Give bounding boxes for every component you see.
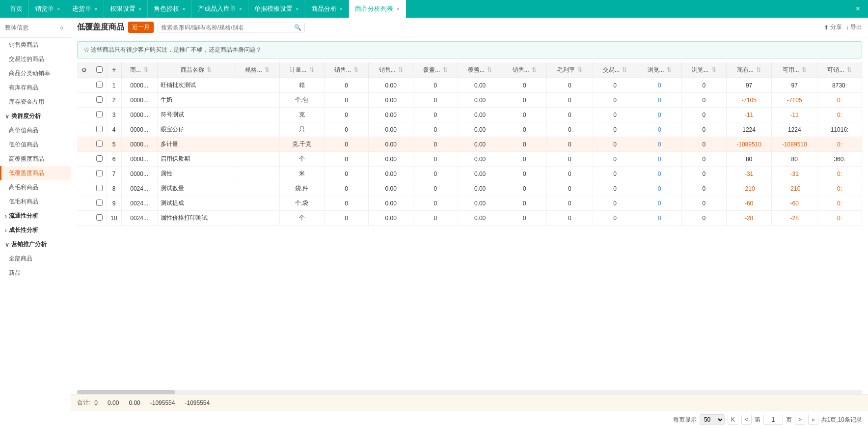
col-current[interactable]: 现有... ⇅ <box>726 62 772 78</box>
col-spec[interactable]: 规格... ⇅ <box>235 62 280 78</box>
cell-num: 10 <box>107 211 121 226</box>
last-page-button[interactable]: » <box>808 415 818 425</box>
col-checkbox[interactable] <box>92 62 107 78</box>
col-unit[interactable]: 计量... ⇅ <box>279 62 324 78</box>
export-button[interactable]: ↓ 导出 <box>846 23 862 31</box>
search-icon[interactable]: 🔍 <box>294 24 301 31</box>
share-button[interactable]: ⬆ 分享 <box>824 23 842 31</box>
tab-purchase[interactable]: 进货单 × <box>66 0 104 18</box>
row-checkbox[interactable] <box>96 155 103 162</box>
tab-permissions[interactable]: 权限设置 × <box>104 0 148 18</box>
col-browse2[interactable]: 浏览... ⇅ <box>682 62 727 78</box>
cell-browse1[interactable]: 0 <box>637 137 682 152</box>
sidebar-section-cluster[interactable]: ∨ 类群度分析 <box>0 109 71 123</box>
row-checkbox[interactable] <box>96 141 103 147</box>
col-code[interactable]: 商... ⇅ <box>121 62 157 78</box>
sidebar-item-sales-goods[interactable]: 销售类商品 <box>0 38 71 52</box>
tab-sales[interactable]: 销货单 × <box>29 0 66 18</box>
cell-browse1[interactable]: 0 <box>637 181 682 196</box>
cell-checkbox[interactable] <box>92 181 107 196</box>
page-number-input[interactable] <box>763 415 783 425</box>
cell-checkbox[interactable] <box>92 93 107 108</box>
tab-finished-goods[interactable]: 产成品入库单 × <box>192 0 248 18</box>
tab-analysis-list[interactable]: 商品分析列表 × <box>349 0 406 18</box>
close-tab-purchase[interactable]: × <box>94 6 97 12</box>
window-close-button[interactable]: × <box>852 4 864 13</box>
col-browse1[interactable]: 浏览... ⇅ <box>637 62 682 78</box>
cell-browse1[interactable]: 0 <box>637 196 682 211</box>
close-tab-finished-goods[interactable]: × <box>239 6 242 12</box>
sidebar-item-high-coverage[interactable]: 高覆盖度商品 <box>0 152 71 166</box>
col-sale-count[interactable]: 销售... ⇅ <box>324 62 369 78</box>
close-tab-sales[interactable]: × <box>57 6 60 12</box>
cell-browse1[interactable]: 0 <box>637 152 682 167</box>
cell-browse1[interactable]: 0 <box>637 93 682 108</box>
cell-browse2: 0 <box>682 181 727 196</box>
col-profit-rate[interactable]: 毛利率 ⇅ <box>547 62 593 78</box>
page-size-select[interactable]: 50 100 200 <box>700 414 725 425</box>
cell-browse1[interactable]: 0 <box>637 78 682 93</box>
cell-checkbox[interactable] <box>92 196 107 211</box>
row-checkbox[interactable] <box>96 185 103 191</box>
row-checkbox[interactable] <box>96 96 103 103</box>
sidebar-item-category-rate[interactable]: 商品分类动销率 <box>0 66 71 81</box>
sidebar-section-flow[interactable]: › 流通性分析 <box>0 209 71 223</box>
cell-checkbox[interactable] <box>92 78 107 93</box>
close-tab-permissions[interactable]: × <box>138 6 141 12</box>
cell-browse1[interactable]: 0 <box>637 211 682 226</box>
sidebar-item-low-coverage[interactable]: 低覆盖度商品 <box>0 166 71 180</box>
sidebar-item-high-value[interactable]: 高价值商品 <box>0 123 71 138</box>
sidebar-item-stock-capital[interactable]: 库存资金占用 <box>0 95 71 109</box>
row-checkbox[interactable] <box>96 214 103 221</box>
sidebar-collapse-icon[interactable]: « <box>58 22 66 33</box>
first-page-button[interactable]: K <box>728 415 738 425</box>
row-checkbox[interactable] <box>96 170 103 176</box>
sidebar-item-traded-goods[interactable]: 交易过的商品 <box>0 52 71 66</box>
next-page-button[interactable]: > <box>795 415 805 425</box>
sidebar-item-high-profit[interactable]: 高毛利商品 <box>0 180 71 195</box>
cell-browse1[interactable]: 0 <box>637 167 682 181</box>
sidebar-section-growth[interactable]: › 成长性分析 <box>0 223 71 237</box>
cell-browse1[interactable]: 0 <box>637 108 682 122</box>
sidebar-item-stocked-goods[interactable]: 有库存商品 <box>0 81 71 95</box>
col-available[interactable]: 可用... ⇅ <box>772 62 817 78</box>
prev-page-button[interactable]: < <box>741 415 752 425</box>
sidebar-item-all-goods[interactable]: 全部商品 <box>0 252 71 266</box>
sidebar-item-new-goods[interactable]: 新品 <box>0 266 71 280</box>
cell-checkbox[interactable] <box>92 122 107 137</box>
close-tab-analysis[interactable]: × <box>340 6 343 12</box>
tab-template[interactable]: 单据模板设置 × <box>248 0 305 18</box>
cell-checkbox[interactable] <box>92 137 107 152</box>
cell-browse1[interactable]: 0 <box>637 122 682 137</box>
cell-checkbox[interactable] <box>92 108 107 122</box>
select-all-checkbox[interactable] <box>96 66 103 73</box>
close-tab-roles[interactable]: × <box>182 6 185 12</box>
period-button[interactable]: 近一月 <box>128 22 154 33</box>
close-tab-analysis-list[interactable]: × <box>396 6 399 12</box>
cell-checkbox[interactable] <box>92 211 107 226</box>
col-gear[interactable]: ⚙ <box>77 62 92 78</box>
row-checkbox[interactable] <box>96 111 103 117</box>
cell-gear <box>77 181 92 196</box>
col-saleable[interactable]: 可销... ⇅ <box>817 62 862 78</box>
col-name[interactable]: 商品名称 ⇅ <box>157 62 235 78</box>
close-tab-template[interactable]: × <box>296 6 298 12</box>
tab-home[interactable]: 首页 <box>4 0 29 18</box>
col-sale3[interactable]: 销售... ⇅ <box>502 62 547 78</box>
sidebar-item-low-profit[interactable]: 低毛利商品 <box>0 195 71 209</box>
search-input[interactable] <box>161 24 294 31</box>
row-checkbox[interactable] <box>96 200 103 206</box>
col-trade[interactable]: 交易... ⇅ <box>593 62 637 78</box>
row-checkbox[interactable] <box>96 82 103 88</box>
tab-roles[interactable]: 角色授权 × <box>148 0 191 18</box>
sidebar-section-marketing[interactable]: ∨ 营销推广分析 <box>0 237 71 252</box>
cell-checkbox[interactable] <box>92 152 107 167</box>
col-sale-amount[interactable]: 销售... ⇅ <box>369 62 413 78</box>
sidebar-item-low-value[interactable]: 低价值商品 <box>0 138 71 152</box>
col-cover2[interactable]: 覆盖... ⇅ <box>458 62 502 78</box>
horizontal-scrollbar[interactable] <box>77 390 862 394</box>
cell-checkbox[interactable] <box>92 167 107 181</box>
col-cover1[interactable]: 覆盖... ⇅ <box>413 62 458 78</box>
tab-analysis[interactable]: 商品分析 × <box>305 0 349 18</box>
row-checkbox[interactable] <box>96 126 103 132</box>
